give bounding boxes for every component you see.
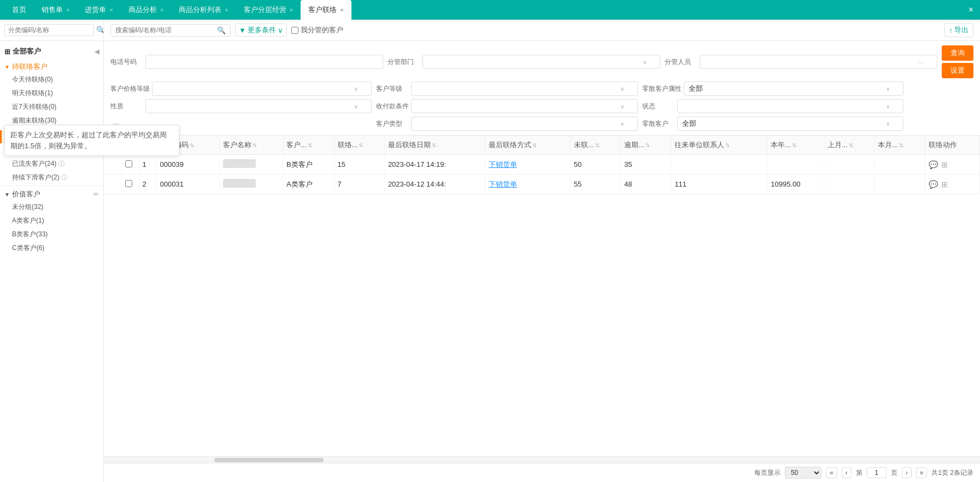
first-page-button[interactable]: « — [826, 467, 837, 478]
nav-item-purchase[interactable]: 进货单 × — [77, 0, 120, 20]
next-page-button[interactable]: › — [902, 467, 912, 478]
col-last-contact-method-header[interactable]: 最后联络方式 ⇅ — [485, 136, 570, 155]
page-of: 页 — [891, 468, 897, 478]
prev-page-button[interactable]: ‹ — [842, 467, 852, 478]
settings-button[interactable]: 设置 — [942, 63, 973, 78]
sidebar-item-class-a[interactable]: A类客户(1) — [0, 214, 103, 228]
col-this-year-header[interactable]: 本年... ⇅ — [767, 136, 824, 155]
last-page-button[interactable]: » — [916, 467, 928, 478]
filter-retail-customer-select[interactable]: 全部 ∨ — [677, 117, 903, 131]
sidebar-item-class-b[interactable]: B类客户(33) — [0, 228, 103, 241]
query-button[interactable]: 查询 — [942, 45, 973, 61]
edit-icon[interactable]: ✏ — [93, 190, 99, 198]
page-number-input[interactable] — [867, 467, 887, 478]
col-this-month-header[interactable]: 本月... ⇅ — [875, 136, 925, 155]
close-customer-segment-icon[interactable]: × — [290, 7, 293, 13]
col-uncontacted-header[interactable]: 未联... ⇅ — [570, 136, 620, 155]
filter-customer-type-select[interactable]: ∨ — [411, 117, 637, 131]
method-link-2[interactable]: 下销货单 — [489, 180, 517, 188]
more-conditions-button[interactable]: ▼ 更多条件 ∨ — [235, 24, 287, 37]
grid-icon-1[interactable]: ⊞ — [941, 160, 948, 169]
sidebar-item-unclassified[interactable]: 未分组(32) — [0, 200, 103, 214]
sidebar-section-pending[interactable]: ▼ 待联络客户 — [0, 60, 103, 73]
export-icon: ↑ — [949, 26, 953, 34]
filter-status: 状态 ∨ — [642, 99, 903, 113]
cell-contact-2: 7 — [334, 175, 384, 194]
close-purchase-icon[interactable]: × — [109, 7, 113, 13]
filter-customer-type: 客户类型 ∨ — [376, 117, 637, 131]
cell-method-1[interactable]: 下销货单 — [485, 155, 570, 175]
filter-nature-select[interactable]: ∨ — [145, 99, 372, 113]
sidebar-item-7days[interactable]: 近7天待联络(0) — [0, 100, 103, 114]
close-product-list-icon[interactable]: × — [225, 7, 228, 13]
col-overdue-header[interactable]: 逾期... ⇅ — [621, 136, 671, 155]
dots-icon: ··· — [918, 58, 924, 66]
close-product-analysis-icon[interactable]: × — [160, 7, 163, 13]
sidebar-section-value[interactable]: ▼ 价值客户 ✏ — [0, 187, 103, 200]
filter-status-select[interactable]: ∨ — [677, 99, 903, 113]
row-1-checkbox[interactable] — [125, 160, 132, 167]
toolbar-row: 🔍 ▼ 更多条件 ∨ 我分管的客户 ↑ 导出 — [104, 20, 980, 41]
chevron-nature-icon: ∨ — [354, 103, 358, 109]
method-link-1[interactable]: 下销货单 — [489, 160, 517, 169]
col-customer-name-header[interactable]: 客户名称 ⇅ — [220, 136, 283, 155]
filter-retail-attr-select[interactable]: 全部 ∨ — [684, 82, 903, 96]
sidebar-search-input[interactable] — [4, 24, 94, 36]
row-2-checkbox[interactable] — [125, 180, 132, 187]
table-header-row: ⚙ 客户编码 ⇅ — [104, 136, 980, 155]
customer-table: ⚙ 客户编码 ⇅ — [104, 136, 980, 194]
col-customer-type-header[interactable]: 客户... ⇅ — [283, 136, 334, 155]
filter-payment-select[interactable]: ∨ — [411, 99, 637, 113]
main-search-input[interactable] — [115, 26, 215, 34]
chat-icon-2[interactable]: 💬 — [929, 180, 938, 189]
col-last-contact-date-header[interactable]: 最后联络日期 ⇅ — [384, 136, 485, 155]
sidebar-root-all-customers[interactable]: ⊞ 全部客户 ◀ — [0, 43, 103, 60]
sort-date-icon: ⇅ — [432, 142, 436, 148]
nav-item-customer-segment[interactable]: 客户分层经营 × — [236, 0, 301, 20]
sort-code-icon: ⇅ — [190, 142, 194, 148]
collapse-icon: ◀ — [95, 48, 99, 55]
sidebar-search-icon[interactable]: 🔍 — [96, 26, 104, 34]
main-search-icon[interactable]: 🔍 — [217, 26, 226, 34]
cell-index-2: 2 — [139, 175, 156, 194]
nav-item-product-list[interactable]: 商品分析列表 × — [171, 0, 236, 20]
filter-price-level-select[interactable]: ∨ — [152, 82, 372, 96]
nav-item-home[interactable]: 首页 — [4, 0, 34, 20]
col-last-month-header[interactable]: 上月... ⇅ — [824, 136, 875, 155]
sidebar-item-declining[interactable]: 持续下滑客户(2) ⓘ — [0, 171, 103, 184]
col-unit-contact-header[interactable]: 往来单位联系人 ⇅ — [671, 136, 767, 155]
nav-item-product-analysis[interactable]: 商品分析 × — [121, 0, 171, 20]
export-button[interactable]: ↑ 导出 — [944, 23, 974, 37]
nav-item-customer-contact[interactable]: 客户联络 × — [301, 0, 351, 20]
chat-icon-1[interactable]: 💬 — [929, 160, 938, 169]
table-row: 1 000039 B类客户 15 2023-04-17 14:19: 下销货单 … — [104, 155, 980, 175]
my-customers-checkbox[interactable] — [291, 27, 298, 34]
filter-manager-select[interactable]: ··· — [700, 55, 937, 69]
close-all-button[interactable]: × — [969, 5, 973, 15]
cell-checkbox-1[interactable] — [121, 155, 139, 175]
cell-name-1 — [220, 155, 283, 175]
scrollbar-thumb[interactable] — [214, 458, 324, 462]
filter-customer-grade-select[interactable]: ∨ — [411, 82, 637, 96]
close-sales-icon[interactable]: × — [66, 7, 69, 13]
cell-checkbox-2[interactable] — [121, 175, 139, 194]
cell-method-2[interactable]: 下销货单 — [485, 175, 570, 194]
sidebar-item-today[interactable]: 今天待联络(0) — [0, 73, 103, 86]
grid-icon-2[interactable]: ⊞ — [941, 180, 948, 189]
col-actions-header: 联络动作 — [925, 136, 979, 155]
filter-phone-label: 电话号码 — [110, 57, 143, 67]
horizontal-scrollbar[interactable] — [104, 456, 980, 463]
filter-phone-input[interactable] — [145, 55, 383, 69]
filter-payment: 收付款条件 ∨ — [376, 99, 637, 113]
sidebar-tree: ⊞ 全部客户 ◀ ▼ 待联络客户 今天待联络(0) 明天待联络(1) 近7天待联… — [0, 41, 103, 482]
filter-dept-select[interactable]: ∨ — [422, 55, 660, 69]
sidebar-item-churned[interactable]: 已流失客户(24) ⓘ — [0, 157, 103, 171]
sidebar-item-tomorrow[interactable]: 明天待联络(1) — [0, 86, 103, 100]
nav-item-sales[interactable]: 销售单 × — [34, 0, 77, 20]
col-contact-header[interactable]: 联络... ⇅ — [334, 136, 384, 155]
per-page-select[interactable]: 50 100 200 — [785, 467, 821, 479]
filter-row-2: 客户价格等级 ∨ 客户等级 ∨ 零散客户属性 全部 — [110, 82, 973, 96]
close-customer-contact-icon[interactable]: × — [340, 7, 343, 13]
filter-retail-customer-label: 零散客户 — [642, 119, 675, 129]
sidebar-item-class-c[interactable]: C类客户(6) — [0, 241, 103, 255]
